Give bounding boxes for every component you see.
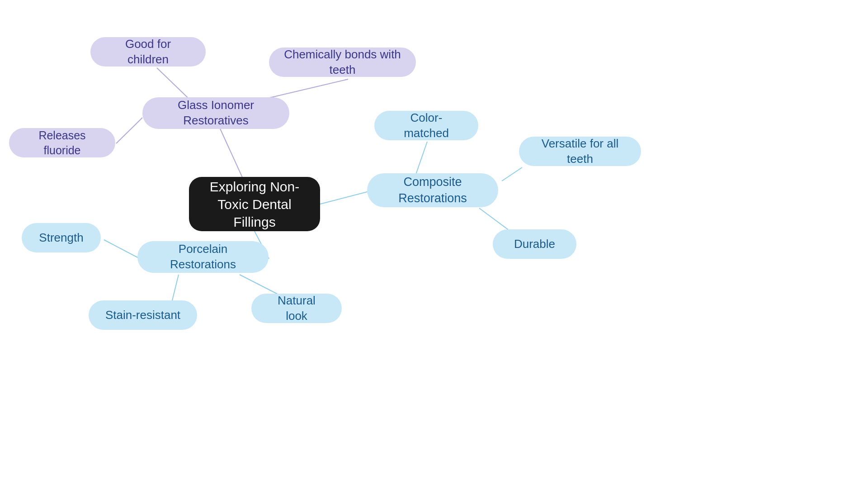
composite-restorations-node: Composite Restorations <box>367 173 498 207</box>
releases-fluoride-label: Releases fluoride <box>24 128 101 157</box>
composite-restorations-label: Composite Restorations <box>382 174 484 206</box>
glass-ionomer-node: Glass Ionomer Restoratives <box>142 97 289 129</box>
porcelain-restorations-node: Porcelain Restorations <box>137 241 269 273</box>
svg-line-6 <box>502 167 522 181</box>
versatile-node: Versatile for all teeth <box>519 137 641 166</box>
chemically-bonds-label: Chemically bonds with teeth <box>283 47 401 78</box>
durable-node: Durable <box>493 229 576 259</box>
releases-fluoride-node: Releases fluoride <box>9 128 115 157</box>
stain-resistant-label: Stain-resistant <box>105 308 180 323</box>
natural-look-node: Natural look <box>251 294 342 323</box>
strength-node: Strength <box>22 223 101 252</box>
porcelain-restorations-label: Porcelain Restorations <box>152 242 254 272</box>
svg-line-7 <box>479 208 511 232</box>
svg-line-3 <box>116 118 142 143</box>
svg-line-10 <box>172 275 179 302</box>
center-node-label: Exploring Non-Toxic Dental Fillings <box>202 178 307 231</box>
svg-line-4 <box>320 191 371 204</box>
stain-resistant-node: Stain-resistant <box>89 300 197 330</box>
svg-line-11 <box>240 275 280 295</box>
center-node: Exploring Non-Toxic Dental Fillings <box>189 177 320 231</box>
svg-line-9 <box>104 240 140 259</box>
natural-look-label: Natural look <box>266 293 327 324</box>
chemically-bonds-node: Chemically bonds with teeth <box>269 48 416 77</box>
durable-label: Durable <box>514 237 555 252</box>
strength-label: Strength <box>39 230 83 246</box>
good-for-children-node: Good for children <box>90 37 206 67</box>
color-matched-label: Color-matched <box>389 110 464 141</box>
glass-ionomer-label: Glass Ionomer Restoratives <box>157 98 275 128</box>
color-matched-node: Color-matched <box>374 111 478 140</box>
versatile-label: Versatile for all teeth <box>533 136 627 167</box>
svg-line-5 <box>416 142 427 174</box>
good-for-children-label: Good for children <box>105 37 191 67</box>
